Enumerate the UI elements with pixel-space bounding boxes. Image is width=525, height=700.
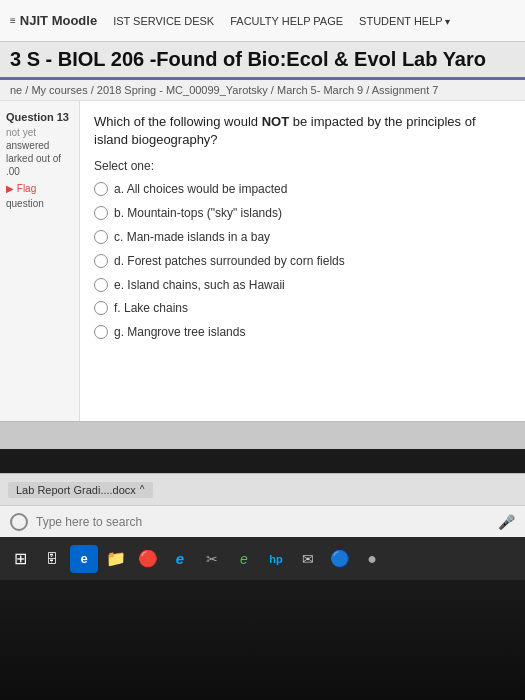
question-text-prefix: Which of the following would xyxy=(94,114,262,129)
search-bar: 🎤 xyxy=(0,505,525,537)
taskbar-ie-icon[interactable]: e xyxy=(70,545,98,573)
taskbar-icon-last[interactable]: ● xyxy=(358,545,386,573)
taskbar-hp-icon[interactable]: hp xyxy=(262,545,290,573)
answer-option-c[interactable]: c. Man-made islands in a bay xyxy=(94,229,511,246)
page-title: 3 S - BIOL 206 -Found of Bio:Ecol & Evol… xyxy=(10,48,515,71)
taskbar-doc-label: Lab Report Gradi....docx xyxy=(16,484,136,496)
taskbar-doc-item[interactable]: Lab Report Gradi....docx ^ xyxy=(8,482,153,498)
answer-option-d[interactable]: d. Forest patches surrounded by corn fie… xyxy=(94,253,511,270)
radio-a[interactable] xyxy=(94,182,108,196)
question-area: Which of the following would NOT be impa… xyxy=(80,101,525,421)
answer-label-d: d. Forest patches surrounded by corn fie… xyxy=(114,253,345,270)
taskbar-edge-icon[interactable]: e xyxy=(166,545,194,573)
answer-option-b[interactable]: b. Mountain-tops ("sky" islands) xyxy=(94,205,511,222)
radio-e[interactable] xyxy=(94,278,108,292)
question-marked-val: .00 xyxy=(6,166,73,177)
breadcrumb: ne / My courses / 2018 Spring - MC_00099… xyxy=(0,80,525,101)
taskbar-edge2-icon[interactable]: e xyxy=(230,545,258,573)
answer-label-c: c. Man-made islands in a bay xyxy=(114,229,270,246)
nav-student-help[interactable]: STUDENT HELP xyxy=(359,15,450,27)
microphone-icon[interactable]: 🎤 xyxy=(498,514,515,530)
taskbar-icon-1[interactable]: 🗄 xyxy=(38,545,66,573)
njit-logo-icon: ≡ xyxy=(10,15,16,26)
search-input[interactable] xyxy=(36,515,490,529)
answer-label-g: g. Mangrove tree islands xyxy=(114,324,245,341)
nav-ist-service-desk[interactable]: IST SERVICE DESK xyxy=(113,15,214,27)
taskbar-chrome-icon[interactable]: 🔵 xyxy=(326,545,354,573)
radio-b[interactable] xyxy=(94,206,108,220)
main-content: Question 13 not yet answered larked out … xyxy=(0,101,525,421)
dark-screen-area xyxy=(0,580,525,700)
answer-label-e: e. Island chains, such as Hawaii xyxy=(114,277,285,294)
flag-sub-label: question xyxy=(6,198,73,209)
question-marked-out: larked out of xyxy=(6,153,73,164)
question-number: Question 13 xyxy=(6,111,73,123)
answer-label-f: f. Lake chains xyxy=(114,300,188,317)
radio-c[interactable] xyxy=(94,230,108,244)
answer-option-g[interactable]: g. Mangrove tree islands xyxy=(94,324,511,341)
taskbar-icon-4[interactable]: 🔴 xyxy=(134,545,162,573)
question-sidebar: Question 13 not yet answered larked out … xyxy=(0,101,80,421)
nav-logo[interactable]: ≡ NJIT Moodle xyxy=(10,13,97,28)
taskbar-chevron-icon[interactable]: ^ xyxy=(140,484,145,495)
question-text: Which of the following would NOT be impa… xyxy=(94,113,511,149)
nav-faculty-help[interactable]: FACULTY HELP PAGE xyxy=(230,15,343,27)
question-status-not-yet: not yet xyxy=(6,127,73,138)
answer-option-a[interactable]: a. All choices would be impacted xyxy=(94,181,511,198)
windows-start-icon[interactable]: ⊞ xyxy=(6,545,34,573)
gray-divider xyxy=(0,421,525,449)
taskbar-email-icon[interactable]: ✉ xyxy=(294,545,322,573)
top-navigation: ≡ NJIT Moodle IST SERVICE DESK FACULTY H… xyxy=(0,0,525,42)
answer-label-b: b. Mountain-tops ("sky" islands) xyxy=(114,205,282,222)
question-text-bold: NOT xyxy=(262,114,289,129)
njit-moodle-label: NJIT Moodle xyxy=(20,13,97,28)
radio-g[interactable] xyxy=(94,325,108,339)
select-one-label: Select one: xyxy=(94,159,511,173)
answer-option-e[interactable]: e. Island chains, such as Hawaii xyxy=(94,277,511,294)
flag-question-button[interactable]: ▶ Flag xyxy=(6,183,73,194)
page-title-banner: 3 S - BIOL 206 -Found of Bio:Ecol & Evol… xyxy=(0,42,525,80)
search-circle-icon xyxy=(10,513,28,531)
windows-taskbar: ⊞ 🗄 e 📁 🔴 e ✂ e hp ✉ 🔵 ● xyxy=(0,537,525,580)
taskbar-strip: Lab Report Gradi....docx ^ xyxy=(0,473,525,505)
question-status-answered: answered xyxy=(6,140,73,151)
taskbar-explorer-icon[interactable]: 📁 xyxy=(102,545,130,573)
taskbar-scissors-icon[interactable]: ✂ xyxy=(198,545,226,573)
answer-option-f[interactable]: f. Lake chains xyxy=(94,300,511,317)
radio-f[interactable] xyxy=(94,301,108,315)
radio-d[interactable] xyxy=(94,254,108,268)
answer-label-a: a. All choices would be impacted xyxy=(114,181,287,198)
